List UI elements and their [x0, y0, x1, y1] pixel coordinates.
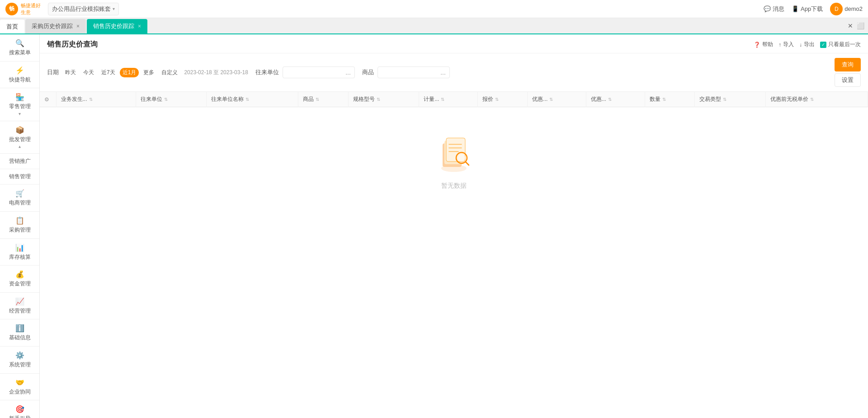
th-trade-type[interactable]: 交易类型 ⇅ — [694, 92, 765, 107]
th-partner-name-label: 往来单位名称 — [211, 95, 244, 103]
tab-home[interactable]: 首页 — [0, 19, 24, 33]
page-content: 销售历史价查询 ❓ 帮助 ↑ 导入 ↓ 导出 ✓ — [40, 34, 868, 418]
date-filter-group: 日期 昨天 今天 近7天 近1月 更多 自定义 2023-02-18 至 202… — [47, 68, 248, 77]
th-discount1[interactable]: 优惠... ⇅ — [528, 92, 586, 107]
tab-maximize-icon[interactable]: ⬜ — [857, 22, 864, 29]
th-unit[interactable]: 计量... ⇅ — [419, 92, 478, 107]
date-btn-7days[interactable]: 近7天 — [99, 68, 118, 77]
th-quantity[interactable]: 数量 ⇅ — [645, 92, 694, 107]
export-button[interactable]: ↓ 导出 — [799, 41, 815, 48]
sidebar-item-sales-mgmt[interactable]: 销售管理 — [0, 169, 39, 185]
th-discount2-label: 优惠... — [591, 95, 606, 103]
th-unit-label: 计量... — [424, 95, 439, 103]
header-left: 畅 畅捷通好生意 办公用品行业模拟账套 ▾ — [5, 2, 119, 15]
th-business-date[interactable]: 业务发生... ⇅ — [56, 92, 136, 107]
sidebar-item-guide[interactable]: 🎯 新手引导 — [0, 400, 39, 418]
th-goods-label: 商品 — [303, 95, 314, 103]
svg-line-9 — [466, 162, 469, 165]
date-range-display: 2023-02-18 至 2023-03-18 — [184, 69, 248, 76]
th-partner-code[interactable]: 往来单位 ⇅ — [136, 92, 207, 107]
export-icon: ↓ — [799, 42, 802, 48]
export-label: 导出 — [804, 41, 815, 48]
tab-sales-history-close[interactable]: × — [138, 23, 141, 29]
empty-state: 暂无数据 — [40, 107, 868, 217]
logo-area[interactable]: 畅 畅捷通好生意 — [5, 2, 44, 15]
sidebar-item-search[interactable]: 🔍 搜索菜单 — [0, 34, 39, 62]
enterprise-icon: 🤝 — [15, 378, 24, 387]
sort-icon: ⇅ — [245, 97, 249, 102]
message-button[interactable]: 💬 消息 — [764, 5, 784, 13]
sort-icon: ⇅ — [316, 97, 319, 102]
th-discount2[interactable]: 优惠... ⇅ — [586, 92, 645, 107]
th-discount1-label: 优惠... — [532, 95, 547, 103]
tab-sales-history[interactable]: 销售历史价跟踪 × — [87, 19, 147, 33]
sidebar-item-purchase[interactable]: 📋 采购管理 — [0, 212, 39, 239]
th-quantity-label: 数量 — [650, 95, 660, 103]
sidebar-item-marketing[interactable]: 营销推广 — [0, 154, 39, 169]
sidebar-item-enterprise[interactable]: 🤝 企业协同 — [0, 374, 39, 401]
search-icon: 🔍 — [15, 39, 24, 48]
th-price-no-tax[interactable]: 优惠前无税单价 ⇅ — [765, 92, 868, 107]
date-btn-more[interactable]: 更多 — [141, 68, 157, 77]
date-btn-custom[interactable]: 自定义 — [159, 68, 180, 77]
sidebar-item-finance[interactable]: 💰 资金管理 — [0, 266, 39, 293]
sidebar-item-operations[interactable]: 📈 经营管理 — [0, 293, 39, 320]
tab-purchase-history-close[interactable]: × — [76, 23, 80, 29]
sidebar-item-system[interactable]: ⚙️ 系统管理 — [0, 347, 39, 374]
sidebar: 🔍 搜索菜单 ⚡ 快捷导航 🏪 零售管理 ▾ 📦 批发管理 ▴ 营销推广 销售管… — [0, 34, 40, 418]
only-last-checkbox[interactable]: ✓ 只看最后一次 — [820, 41, 861, 48]
sidebar-item-quick-nav[interactable]: ⚡ 快捷导航 — [0, 62, 39, 89]
purchase-icon: 📋 — [15, 216, 24, 225]
sidebar-quicknav-label: 快捷导航 — [9, 76, 31, 84]
page-header: 销售历史价查询 ❓ 帮助 ↑ 导入 ↓ 导出 ✓ — [40, 34, 868, 53]
empty-illustration — [434, 134, 474, 176]
partner-dots: ... — [345, 69, 351, 76]
sidebar-item-basic-info[interactable]: ℹ️ 基础信息 — [0, 319, 39, 347]
page-title: 销售历史价查询 — [47, 40, 98, 49]
sidebar-item-ecommerce[interactable]: 🛒 电商管理 — [0, 185, 39, 212]
app-selector[interactable]: 办公用品行业模拟账套 ▾ — [48, 3, 119, 15]
user-name: demo2 — [844, 5, 863, 12]
help-button[interactable]: ❓ 帮助 — [754, 41, 773, 48]
th-goods[interactable]: 商品 ⇅ — [298, 92, 348, 107]
app-name: 办公用品行业模拟账套 — [52, 5, 111, 13]
top-header: 畅 畅捷通好生意 办公用品行业模拟账套 ▾ 💬 消息 📱 App下载 D dem… — [0, 0, 868, 18]
th-quote-label: 报价 — [482, 95, 493, 103]
tab-purchase-history[interactable]: 采购历史价跟踪 × — [25, 19, 86, 33]
sidebar-item-wholesale[interactable]: 📦 批发管理 ▴ — [0, 121, 39, 154]
import-button[interactable]: ↑ 导入 — [778, 41, 794, 48]
tab-home-label: 首页 — [6, 23, 18, 31]
sidebar-enterprise-label: 企业协同 — [9, 389, 31, 396]
sidebar-item-inventory[interactable]: 📊 库存核算 — [0, 239, 39, 266]
inventory-icon: 📊 — [15, 243, 24, 252]
sidebar-ecommerce-label: 电商管理 — [9, 200, 31, 207]
th-business-date-label: 业务发生... — [61, 95, 87, 103]
header-right: 💬 消息 📱 App下载 D demo2 — [764, 3, 863, 15]
tab-close-all-icon[interactable]: ✕ — [848, 22, 853, 29]
gear-icon[interactable]: ⚙ — [44, 96, 49, 103]
avatar: D — [830, 3, 843, 15]
date-btn-yesterday[interactable]: 昨天 — [62, 68, 79, 77]
th-price-no-tax-label: 优惠前无税单价 — [770, 95, 808, 103]
sort-icon: ⇅ — [495, 97, 499, 102]
setting-button[interactable]: 设置 — [835, 73, 861, 87]
sidebar-item-retail[interactable]: 🏪 零售管理 ▾ — [0, 88, 39, 121]
date-btn-today[interactable]: 今天 — [80, 68, 97, 77]
date-btn-1month[interactable]: 近1月 — [120, 68, 139, 77]
goods-filter-label: 商品 — [362, 68, 374, 76]
th-quote[interactable]: 报价 ⇅ — [478, 92, 528, 107]
goods-input[interactable]: ... — [377, 66, 450, 78]
query-button[interactable]: 查询 — [835, 58, 861, 71]
app-download-label: App下载 — [801, 5, 823, 13]
app-download-button[interactable]: 📱 App下载 — [792, 5, 823, 13]
date-filter-label: 日期 — [47, 68, 59, 76]
logo-text: 畅捷通好生意 — [21, 2, 44, 15]
basicinfo-icon: ℹ️ — [15, 324, 24, 332]
th-partner-name[interactable]: 往来单位名称 ⇅ — [207, 92, 298, 107]
sidebar-finance-label: 资金管理 — [9, 280, 31, 288]
tab-bar: 首页 采购历史价跟踪 × 销售历史价跟踪 × ✕ ⬜ — [0, 18, 868, 34]
partner-input[interactable]: ... — [283, 66, 355, 78]
th-spec[interactable]: 规格型号 ⇅ — [348, 92, 419, 107]
logo-icon: 畅 — [5, 3, 18, 15]
user-area[interactable]: D demo2 — [830, 3, 863, 15]
